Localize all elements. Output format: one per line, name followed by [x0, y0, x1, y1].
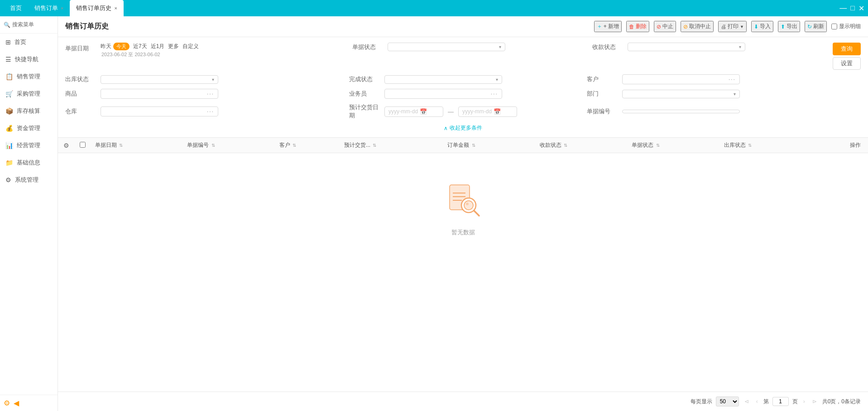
print-button[interactable]: 🖨 打印 ▼ [718, 21, 747, 32]
date-opt-yesterday[interactable]: 昨天 [101, 43, 111, 50]
delete-button[interactable]: 🗑 删除 [626, 21, 649, 32]
sidebar-item-operations[interactable]: 📊 经营管理 [0, 137, 58, 154]
sidebar-item-purchase[interactable]: 🛒 采购管理 [0, 85, 58, 102]
tab-sales-order-history-label: 销售订单历史 [76, 4, 111, 12]
date-opt-1month[interactable]: 近1月 [151, 43, 165, 50]
export-button[interactable]: ⬆ 导出 [778, 21, 800, 32]
sidebar-item-quick-nav-label: 快捷导航 [15, 55, 38, 63]
new-button[interactable]: ＋ + 新增 [594, 21, 622, 32]
calendar-start-icon: 📅 [420, 108, 427, 115]
base-info-icon: 📁 [5, 159, 13, 166]
filter-area: 单据日期 昨天 今天 近7天 近1月 更多 自定义 2023-06-02 至 2… [58, 37, 868, 138]
refresh-icon: ↻ [807, 24, 812, 30]
sort-outbound-status-icon: ⇅ [748, 143, 752, 148]
first-page-button[interactable]: ⊲ [743, 397, 751, 406]
maximize-button[interactable]: □ [850, 4, 855, 12]
settings-icon[interactable]: ⚙ [4, 399, 10, 407]
minimize-button[interactable]: — [839, 4, 847, 12]
purchase-icon: 🛒 [5, 90, 13, 97]
department-select[interactable]: ▾ [622, 90, 740, 98]
salesperson-label: 业务员 [349, 90, 381, 98]
salesperson-dots: ··· [491, 91, 498, 97]
expected-delivery-start[interactable]: yyyy-mm-dd 📅 [384, 106, 443, 117]
tab-home[interactable]: 首页 [4, 0, 28, 16]
per-page-select[interactable]: 10 20 50 100 [716, 396, 739, 406]
sidebar-item-home-label: 首页 [14, 38, 26, 46]
select-all-checkbox[interactable] [80, 142, 86, 148]
sidebar-item-home[interactable]: ⊞ 首页 [0, 34, 58, 51]
doc-number-field[interactable] [622, 110, 740, 113]
pagination: 每页显示 10 20 50 100 ⊲ ‹ 第 页 › ⊳ 共0页，0条记录 [58, 392, 868, 411]
display-detail-checkbox[interactable] [831, 24, 837, 29]
import-button[interactable]: ⬇ 导入 [751, 21, 773, 32]
top-bar: 首页 销售订单 × 销售订单历史 × — □ ✕ [0, 0, 868, 16]
sidebar-item-system[interactable]: ⚙ 系统管理 [0, 171, 58, 189]
sidebar-item-sales[interactable]: 📋 销售管理 [0, 68, 58, 85]
display-detail-toggle[interactable]: 显示明细 [831, 23, 861, 30]
tab-sales-order[interactable]: 销售订单 × [28, 0, 70, 16]
customer-field[interactable]: ··· [622, 74, 740, 84]
th-receipt-status[interactable]: 收款状态 ⇅ [535, 138, 627, 153]
end-date-placeholder: yyyy-mm-dd [462, 108, 492, 115]
collapse-label: 收起更多条件 [450, 124, 482, 132]
setting-button[interactable]: 设置 [833, 57, 861, 70]
search-menu[interactable]: 🔍 搜索菜单 [0, 16, 58, 34]
sidebar-item-base-info[interactable]: 📁 基础信息 [0, 154, 58, 171]
query-button[interactable]: 查询 [833, 43, 861, 55]
sort-customer-icon: ⇅ [293, 143, 296, 148]
import-icon: ⬇ [754, 24, 758, 30]
sidebar-item-quick-nav[interactable]: ☰ 快捷导航 [0, 51, 58, 68]
stop-button[interactable]: ⊘ 中止 [654, 21, 676, 32]
completion-status-select[interactable]: ▾ [384, 75, 502, 84]
date-opt-custom[interactable]: 自定义 [182, 43, 199, 50]
customer-dots: ··· [729, 76, 736, 82]
page-number-input[interactable] [772, 397, 789, 406]
table-settings-gear[interactable]: ⚙ [63, 142, 69, 149]
sidebar-item-purchase-label: 采购管理 [17, 90, 40, 98]
salesperson-field[interactable]: ··· [384, 89, 502, 99]
product-field[interactable]: ··· [101, 89, 218, 99]
date-filter-label: 单据日期 [65, 43, 97, 53]
doc-status-arrow: ▾ [499, 44, 501, 49]
sidebar-item-finance[interactable]: 💰 资金管理 [0, 120, 58, 137]
next-page-button[interactable]: › [801, 397, 807, 406]
product-label: 商品 [65, 90, 97, 98]
page-label: 第 [763, 398, 769, 406]
date-separator: — [448, 108, 454, 115]
total-info: 共0页，0条记录 [822, 398, 861, 406]
warehouse-field[interactable]: ··· [101, 106, 218, 116]
sidebar-item-inventory[interactable]: 📦 库存核算 [0, 102, 58, 120]
customer-label: 客户 [587, 75, 619, 83]
prev-page-button[interactable]: ‹ [754, 397, 760, 406]
th-expected-delivery[interactable]: 预计交货... ⇅ [340, 138, 443, 153]
receipt-status-select[interactable]: ▾ [628, 43, 745, 51]
tab-home-label: 首页 [10, 4, 22, 12]
date-opt-7days[interactable]: 近7天 [133, 43, 147, 50]
completion-status-arrow: ▾ [496, 77, 498, 82]
collapse-filters-bar[interactable]: ∧ 收起更多条件 [65, 122, 861, 132]
doc-status-select[interactable]: ▾ [388, 43, 505, 51]
page-suffix: 页 [792, 398, 798, 406]
tab-sales-order-history-close[interactable]: × [114, 5, 117, 11]
date-opt-today[interactable]: 今天 [113, 43, 129, 50]
sidebar-item-finance-label: 资金管理 [17, 124, 40, 132]
tab-sales-order-history[interactable]: 销售订单历史 × [70, 0, 123, 16]
th-outbound-status[interactable]: 出库状态 ⇅ [719, 138, 811, 153]
th-doc-no[interactable]: 单据编号 ⇅ [182, 138, 274, 153]
tab-list: 首页 销售订单 × 销售订单历史 × [4, 0, 124, 16]
close-window-button[interactable]: ✕ [858, 4, 864, 13]
expected-delivery-end[interactable]: yyyy-mm-dd 📅 [458, 106, 517, 117]
cancel-stop-button[interactable]: ⊘ 取消中止 [681, 21, 714, 32]
th-order-amount[interactable]: 订单金额 ⇅ [443, 138, 535, 153]
collapse-sidebar-icon[interactable]: ◀ [14, 399, 19, 407]
th-doc-date[interactable]: 单据日期 ⇅ [91, 138, 182, 153]
tab-sales-order-close[interactable]: × [61, 5, 63, 11]
warehouse-label: 仓库 [65, 107, 97, 116]
outbound-status-select[interactable]: ▾ [101, 75, 218, 84]
search-icon: 🔍 [4, 22, 10, 28]
date-opt-more[interactable]: 更多 [168, 43, 179, 50]
th-doc-status[interactable]: 单据状态 ⇅ [627, 138, 719, 153]
th-customer[interactable]: 客户 ⇅ [275, 138, 340, 153]
last-page-button[interactable]: ⊳ [810, 397, 819, 406]
refresh-button[interactable]: ↻ 刷新 [805, 21, 827, 32]
